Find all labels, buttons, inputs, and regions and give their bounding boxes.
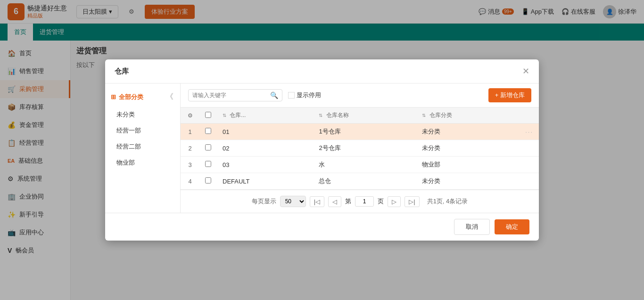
show-disabled-text: 显示停用 [297,91,321,100]
category-panel: ⊞ 全部分类 《 未分类 经营一部 经营二部 物业部 [105,83,181,213]
row-name: 水 [313,157,416,173]
table-col-gear: ⚙ [181,108,199,124]
dialog-body: ⊞ 全部分类 《 未分类 经营一部 经营二部 物业部 [105,83,539,213]
warehouse-table: ⚙ ⇅ 仓库... ⇅ 仓库名称 [181,108,539,190]
page-first-button[interactable]: |◁ [310,196,324,207]
cancel-button[interactable]: 取消 [454,219,490,235]
table-col-name: ⇅ 仓库名称 [313,108,416,124]
row-num: 3 [181,157,199,173]
select-all-checkbox[interactable] [205,112,211,118]
page-next-button[interactable]: ▷ [388,196,401,207]
table-col-actions [520,108,539,124]
all-categories-label: 全部分类 [119,93,143,101]
dialog-header: 仓库 ✕ [105,59,539,83]
table-col-checkbox [199,108,217,124]
row-category: 物业部 [416,157,520,173]
row-checkbox-cell [199,173,217,190]
dialog-toolbar: 🔍 显示停用 + 新增仓库 [181,83,539,108]
table-row[interactable]: 4 DEFAULT 总仓 未分类 [181,173,539,190]
search-icon[interactable]: 🔍 [270,92,278,99]
dialog-footer: 取消 确定 [105,213,539,241]
category-item-property[interactable]: 物业部 [105,155,180,171]
page-label: 第 [345,197,351,206]
row-checkbox[interactable] [205,161,211,167]
per-page-label: 每页显示 [252,197,276,206]
dialog-title: 仓库 [115,67,129,76]
row-num: 4 [181,173,199,190]
table-header-row: ⚙ ⇅ 仓库... ⇅ 仓库名称 [181,108,539,124]
row-category: 未分类 [416,173,520,190]
total-info: 共1页, 4条记录 [427,197,468,206]
row-checkbox-cell [199,140,217,157]
row-more[interactable] [520,157,539,173]
row-num: 2 [181,140,199,157]
collapse-button[interactable]: 《 [165,91,174,103]
category-label-property: 物业部 [116,159,135,166]
confirm-button[interactable]: 确定 [495,219,529,234]
category-header: ⊞ 全部分类 《 [105,87,180,107]
row-code: 03 [217,157,313,173]
table-col-code: ⇅ 仓库... [217,108,313,124]
table-row[interactable]: 1 01 1号仓库 未分类 ··· [181,124,539,140]
row-name: 总仓 [313,173,416,190]
show-disabled-checkbox[interactable] [288,92,295,99]
row-more[interactable]: ··· [520,124,539,140]
search-input[interactable] [192,92,270,99]
row-checkbox[interactable] [205,128,211,134]
category-item-dept2[interactable]: 经营二部 [105,139,180,155]
table-row[interactable]: 3 03 水 物业部 [181,157,539,173]
dialog-right-content: 🔍 显示停用 + 新增仓库 ⚙ [181,83,539,213]
dialog-pagination: 每页显示 50 20 100 |◁ ◁ 第 页 ▷ ▷| 共1页, 4条记录 [181,190,539,213]
sort-icon-name[interactable]: ⇅ [319,113,322,118]
row-category: 未分类 [416,140,520,157]
row-category: 未分类 [416,124,520,140]
page-number-input[interactable] [355,196,374,207]
row-checkbox-cell [199,157,217,173]
row-name: 1号仓库 [313,124,416,140]
search-input-wrap: 🔍 [188,89,282,101]
category-item-dept1[interactable]: 经营一部 [105,123,180,139]
row-more[interactable] [520,140,539,157]
row-checkbox[interactable] [205,177,211,183]
row-more[interactable] [520,173,539,190]
page-unit: 页 [378,197,384,206]
modal-overlay: 仓库 ✕ ⊞ 全部分类 《 未分类 经营一部 [0,0,644,300]
table-col-category: ⇅ 仓库分类 [416,108,520,124]
sort-icon-category[interactable]: ⇅ [422,113,426,118]
category-label-dept1: 经营一部 [116,127,141,134]
page-last-button[interactable]: ▷| [405,196,419,207]
row-code: 01 [217,124,313,140]
grid-icon: ⊞ [111,93,116,100]
category-label-dept2: 经营二部 [116,143,141,150]
row-name: 2号仓库 [313,140,416,157]
row-checkbox[interactable] [205,144,211,150]
dialog-close-button[interactable]: ✕ [522,66,529,76]
more-dots-icon[interactable]: ··· [525,128,533,135]
dialog-table-wrap: ⚙ ⇅ 仓库... ⇅ 仓库名称 [181,108,539,190]
warehouse-dialog: 仓库 ✕ ⊞ 全部分类 《 未分类 经营一部 [105,59,539,241]
row-code: DEFAULT [217,173,313,190]
sort-icon-code[interactable]: ⇅ [223,113,226,118]
table-row[interactable]: 2 02 2号仓库 未分类 [181,140,539,157]
row-checkbox-cell [199,124,217,140]
all-categories[interactable]: ⊞ 全部分类 [111,93,143,101]
add-warehouse-button[interactable]: + 新增仓库 [488,88,531,102]
row-code: 02 [217,140,313,157]
page-prev-button[interactable]: ◁ [328,196,341,207]
per-page-select[interactable]: 50 20 100 [280,196,306,207]
category-item-unclassified[interactable]: 未分类 [105,107,180,123]
show-disabled-label[interactable]: 显示停用 [288,91,321,100]
row-num: 1 [181,124,199,140]
category-label-unclassified: 未分类 [116,111,135,118]
